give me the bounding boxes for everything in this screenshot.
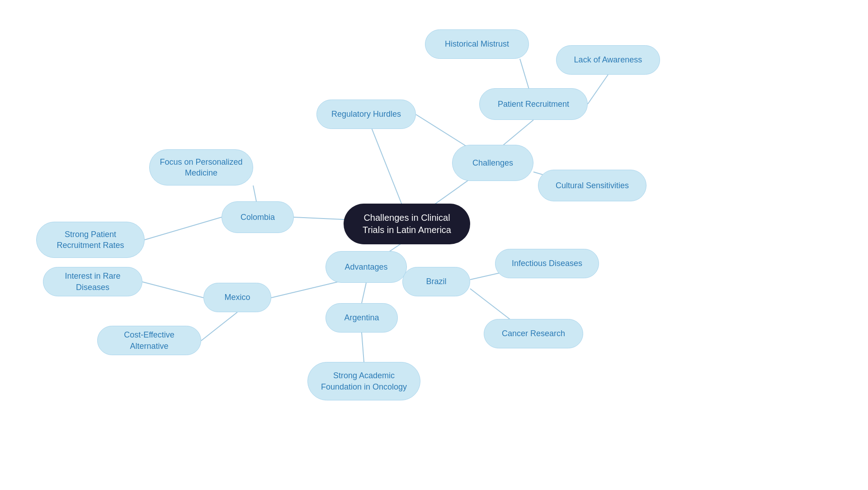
- center-node: Challenges in Clinical Trials in Latin A…: [344, 204, 470, 244]
- svg-line-5: [588, 75, 608, 104]
- lack-of-awareness-node: Lack of Awareness: [556, 45, 660, 75]
- infectious-diseases-node: Infectious Diseases: [495, 249, 599, 278]
- cost-effective-node: Cost-Effective Alternative: [97, 326, 201, 355]
- cancer-research-node: Cancer Research: [484, 319, 583, 348]
- svg-line-17: [362, 283, 366, 303]
- svg-line-10: [145, 217, 222, 240]
- strong-recruitment-node: Strong Patient Recruitment Rates: [36, 222, 145, 258]
- colombia-node: Colombia: [222, 201, 294, 233]
- regulatory-hurdles-node: Regulatory Hurdles: [316, 100, 416, 129]
- historical-mistrust-node: Historical Mistrust: [425, 29, 529, 59]
- brazil-node: Brazil: [402, 267, 470, 296]
- svg-line-1: [366, 114, 407, 217]
- cultural-sensitivities-node: Cultural Sensitivities: [538, 170, 646, 201]
- interest-rare-node: Interest in Rare Diseases: [43, 267, 142, 296]
- mexico-node: Mexico: [203, 283, 271, 312]
- advantages-node: Advantages: [326, 251, 407, 283]
- svg-line-11: [271, 281, 344, 298]
- patient-recruitment-node: Patient Recruitment: [479, 88, 588, 120]
- challenges-node: Challenges: [452, 145, 533, 181]
- svg-line-18: [362, 333, 364, 362]
- argentina-node: Argentina: [326, 303, 398, 333]
- svg-line-12: [142, 282, 203, 298]
- strong-academic-node: Strong Academic Foundation in Oncology: [307, 362, 420, 400]
- svg-line-13: [201, 312, 237, 341]
- focus-personalized-node: Focus on Personalized Medicine: [149, 149, 253, 186]
